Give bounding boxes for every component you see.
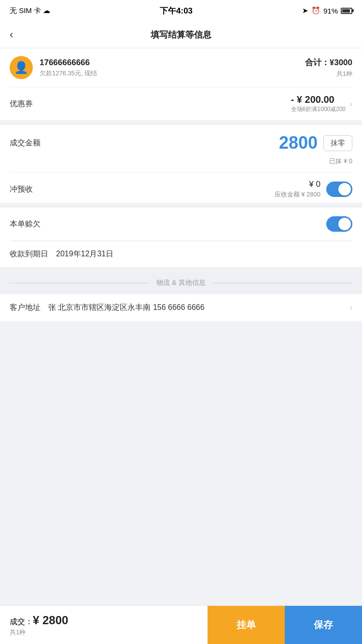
page-title: 填写结算等信息 bbox=[151, 29, 211, 41]
round-button[interactable]: 抹零 bbox=[323, 135, 352, 151]
bottom-summary: 成交：¥ 2800 共1种 bbox=[0, 614, 208, 637]
bottom-deal-label: 成交：¥ 2800 bbox=[10, 614, 198, 627]
debt-section: 本单赊欠 收款到期日 2019年12月31日 bbox=[0, 208, 362, 267]
address-section: 客户地址 张 北京市市辖区海淀区永丰南 156 6666 6666 › bbox=[0, 294, 362, 321]
address-row[interactable]: 客户地址 张 北京市市辖区海淀区永丰南 156 6666 6666 › bbox=[10, 294, 352, 321]
bottom-deal-text: 成交： bbox=[10, 617, 33, 626]
bottom-count: 共1种 bbox=[10, 628, 198, 637]
hang-button[interactable]: 挂单 bbox=[208, 606, 285, 644]
status-time: 下午4:03 bbox=[160, 5, 193, 16]
user-phone: 17666666666 bbox=[40, 58, 305, 68]
logistics-divider: 物流 & 其他信息 bbox=[0, 272, 362, 294]
bottom-deal-amount: ¥ 2800 bbox=[33, 614, 68, 627]
prepay-row: 冲预收 ¥ 0 应收金额 ¥ 2800 bbox=[10, 173, 352, 203]
due-date-row: 收款到期日 2019年12月31日 bbox=[10, 241, 352, 267]
coupon-row[interactable]: 优惠券 - ¥ 200.00 全场6折满1000减200 › bbox=[10, 87, 352, 120]
total-count: 共1种 bbox=[305, 70, 352, 78]
alarm-icon: ⏰ bbox=[311, 6, 320, 15]
save-button[interactable]: 保存 bbox=[285, 606, 362, 644]
status-left: 无 SIM 卡 ☁ bbox=[10, 6, 50, 15]
deal-sub-text: 已抹 ¥ 0 bbox=[10, 157, 352, 172]
prepay-toggle[interactable] bbox=[326, 182, 352, 197]
debt-toggle[interactable] bbox=[326, 216, 352, 232]
battery-icon bbox=[341, 8, 352, 14]
avatar: 👤 bbox=[10, 56, 33, 79]
divider-line-left bbox=[10, 283, 150, 283]
user-sub-text: 欠款1276.35元, 现结 bbox=[40, 69, 305, 78]
status-right: ➤ ⏰ 91% bbox=[302, 6, 352, 15]
debt-row: 本单赊欠 bbox=[10, 208, 352, 240]
divider-line-right bbox=[212, 283, 352, 283]
coupon-discount: - ¥ 200.00 bbox=[291, 94, 346, 105]
chevron-right-icon: › bbox=[349, 99, 352, 109]
nav-bar: ‹ 填写结算等信息 bbox=[0, 21, 362, 48]
address-value: 张 北京市市辖区海淀区永丰南 156 6666 6666 bbox=[48, 302, 349, 313]
prepay-amount-block: ¥ 0 应收金额 ¥ 2800 bbox=[275, 180, 320, 199]
address-label: 客户地址 bbox=[10, 302, 41, 313]
location-icon: ➤ bbox=[302, 6, 308, 15]
user-info-section: 👤 17666666666 欠款1276.35元, 现结 合计：¥3000 共1… bbox=[0, 48, 362, 120]
battery-label: 91% bbox=[323, 7, 338, 15]
debt-label: 本单赊欠 bbox=[10, 219, 326, 229]
due-label: 收款到期日 bbox=[10, 249, 48, 259]
deal-row: 成交金额 2800 抹零 bbox=[10, 125, 352, 157]
coupon-sub-text: 全场6折满1000减200 bbox=[291, 105, 346, 113]
gray-area bbox=[0, 326, 362, 413]
deal-right: 2800 抹零 bbox=[279, 133, 352, 153]
address-chevron-icon: › bbox=[349, 302, 352, 313]
user-info: 17666666666 欠款1276.35元, 现结 bbox=[40, 58, 305, 78]
due-date-value: 2019年12月31日 bbox=[56, 249, 113, 259]
prepay-receivable: 应收金额 ¥ 2800 bbox=[275, 190, 320, 199]
prepay-right: ¥ 0 应收金额 ¥ 2800 bbox=[275, 180, 352, 199]
status-bar: 无 SIM 卡 ☁ 下午4:03 ➤ ⏰ 91% bbox=[0, 0, 362, 21]
deal-label: 成交金额 bbox=[10, 138, 279, 148]
user-row: 👤 17666666666 欠款1276.35元, 现结 合计：¥3000 共1… bbox=[10, 48, 352, 87]
deal-amount: 2800 bbox=[279, 133, 318, 153]
divider-text: 物流 & 其他信息 bbox=[156, 279, 205, 287]
prepay-label: 冲预收 bbox=[10, 184, 275, 195]
avatar-icon: 👤 bbox=[14, 61, 28, 74]
deal-section: 成交金额 2800 抹零 已抹 ¥ 0 冲预收 ¥ 0 应收金额 ¥ 2800 bbox=[0, 125, 362, 203]
coupon-right: - ¥ 200.00 全场6折满1000减200 › bbox=[291, 94, 352, 113]
bottom-bar: 成交：¥ 2800 共1种 挂单 保存 bbox=[0, 605, 362, 644]
coupon-label: 优惠券 bbox=[10, 99, 291, 109]
total-amount: 合计：¥3000 bbox=[305, 57, 352, 68]
back-button[interactable]: ‹ bbox=[10, 28, 13, 41]
prepay-amount: ¥ 0 bbox=[275, 180, 320, 189]
sim-label: 无 SIM 卡 ☁ bbox=[10, 6, 50, 15]
user-total: 合计：¥3000 共1种 bbox=[305, 57, 352, 78]
